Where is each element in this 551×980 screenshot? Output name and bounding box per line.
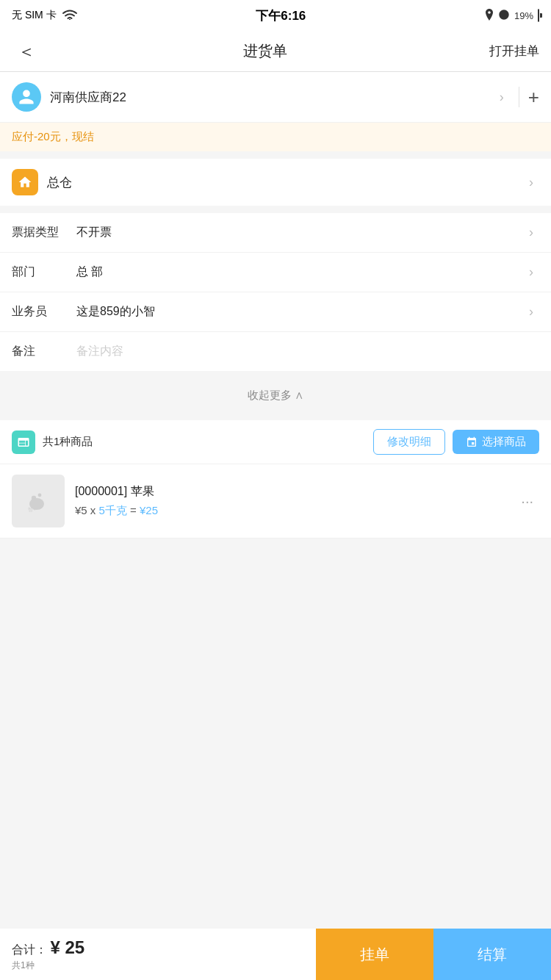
product-name: [0000001] 苹果 [75, 484, 515, 500]
products-icon [12, 430, 35, 454]
equals-sign: = [130, 504, 140, 516]
select-product-button[interactable]: 选择商品 [453, 430, 539, 454]
dept-value: 总 部 [71, 264, 529, 280]
remark-input[interactable]: 备注内容 [71, 344, 539, 359]
product-thumb-icon: 智+ [24, 486, 53, 516]
total-row: 合计： ¥ 25 [12, 937, 304, 958]
remark-label: 备注 [12, 344, 71, 359]
nav-title: 进货单 [243, 41, 287, 61]
settle-button[interactable]: 结算 [433, 929, 551, 980]
nav-bar: ＜ 进货单 打开挂单 [0, 31, 551, 72]
sales-label: 业务员 [12, 304, 71, 320]
select-product-label: 选择商品 [482, 435, 526, 449]
invoice-row[interactable]: 票据类型 不开票 › [0, 213, 551, 253]
collapse-button[interactable]: 收起更多 ∧ [0, 378, 551, 413]
battery-icon [538, 10, 539, 21]
warehouse-icon [12, 169, 38, 195]
invoice-label: 票据类型 [12, 225, 71, 240]
products-card: 共1种商品 修改明细 选择商品 智+ [000000 [0, 420, 551, 538]
divider [519, 87, 519, 107]
product-code: [0000001] [75, 485, 127, 497]
total-label: 合计： [12, 943, 47, 956]
warehouse-card: 总仓 › [0, 159, 551, 206]
products-header: 共1种商品 修改明细 选择商品 [0, 420, 551, 464]
status-bar: 无 SIM 卡 下午6:16 19% [0, 0, 551, 31]
bottom-bar: 合计： ¥ 25 共1种 挂单 结算 [0, 929, 551, 980]
total-amount: ¥ 25 [50, 937, 84, 957]
warehouse-row[interactable]: 总仓 › [0, 159, 551, 206]
supplier-chevron-icon: › [500, 90, 504, 105]
status-left: 无 SIM 卡 [12, 9, 77, 22]
add-button[interactable]: + [528, 86, 539, 109]
edit-detail-button[interactable]: 修改明细 [373, 429, 445, 455]
wifi-icon [62, 10, 77, 22]
sales-row[interactable]: 业务员 这是859的小智 › [0, 292, 551, 332]
supplier-card: 河南供应商22 › + 应付-20元，现结 [0, 72, 551, 151]
main-content: 河南供应商22 › + 应付-20元，现结 总仓 › 票据类型 不开票 › 部门 [0, 72, 551, 605]
product-item: 智+ [0000001] 苹果 ¥5 x 5千克 = ¥25 ··· [0, 464, 551, 538]
separator [0, 151, 551, 159]
suspend-button[interactable]: 挂单 [316, 929, 433, 980]
svg-text:智+: 智+ [28, 506, 36, 513]
dept-row[interactable]: 部门 总 部 › [0, 253, 551, 292]
cart-icon [466, 436, 478, 448]
more-options-button[interactable]: ··· [515, 490, 539, 513]
remark-row[interactable]: 备注 备注内容 [0, 332, 551, 371]
bottom-spacer [0, 546, 551, 605]
dept-label: 部门 [12, 264, 71, 280]
invoice-value: 不开票 [71, 225, 529, 240]
supplier-name: 河南供应商22 [50, 89, 500, 106]
total-section: 合计： ¥ 25 共1种 [0, 937, 316, 972]
form-card: 票据类型 不开票 › 部门 总 部 › 业务员 这是859的小智 › 备注 备注… [0, 213, 551, 371]
invoice-chevron-icon: › [529, 225, 533, 240]
supplier-row[interactable]: 河南供应商22 › + [0, 72, 551, 123]
svg-point-0 [69, 18, 71, 20]
product-total: ¥25 [140, 504, 158, 516]
sales-value: 这是859的小智 [71, 304, 529, 320]
warehouse-name: 总仓 [47, 174, 529, 191]
status-time: 下午6:16 [256, 7, 306, 24]
svg-point-2 [38, 494, 42, 497]
product-title: 苹果 [131, 485, 154, 497]
supplier-notice: 应付-20元，现结 [0, 123, 551, 151]
status-right: 19% [485, 9, 539, 23]
open-pending-button[interactable]: 打开挂单 [489, 43, 539, 60]
warehouse-chevron-icon: › [529, 175, 533, 190]
multiply-sign: x [90, 504, 99, 516]
supplier-avatar [12, 82, 41, 112]
carrier-text: 无 SIM 卡 [12, 9, 57, 22]
total-count: 共1种 [12, 959, 304, 972]
product-thumbnail: 智+ [12, 475, 65, 527]
sales-chevron-icon: › [529, 304, 533, 320]
products-count: 共1种商品 [43, 435, 373, 449]
product-info: [0000001] 苹果 ¥5 x 5千克 = ¥25 [75, 484, 515, 518]
price-unit: ¥5 [75, 504, 87, 516]
dept-chevron-icon: › [529, 264, 533, 280]
product-qty: 5千克 [99, 504, 127, 516]
alarm-icon [498, 9, 510, 23]
location-icon [485, 9, 494, 23]
battery-percent: 19% [514, 10, 533, 21]
product-price-row: ¥5 x 5千克 = ¥25 [75, 504, 515, 518]
back-button[interactable]: ＜ [12, 34, 41, 69]
